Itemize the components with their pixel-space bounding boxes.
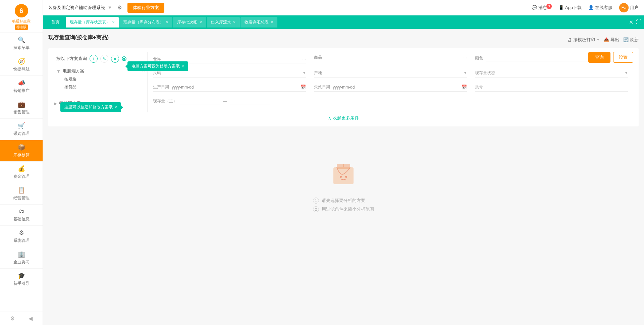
prod-date-label: 生产日期 [153, 84, 169, 90]
sidebar-item-sales[interactable]: 💼销售管理 [0, 97, 43, 119]
tab-close-receivable[interactable]: × [271, 20, 273, 24]
tab-close-inventory-dist[interactable]: × [166, 20, 168, 24]
query-btn[interactable]: 查询 [588, 52, 610, 63]
print-dropdown-arrow: ▼ [596, 38, 600, 42]
sidebar-icon-marketing: 📣 [18, 79, 25, 87]
tab-expand-icon[interactable]: ⛶ [636, 19, 641, 25]
topbar-app-download[interactable]: 📱 App下载 [558, 5, 582, 11]
tooltip-1-close-btn[interactable]: × [182, 64, 184, 69]
filter-row-3: 生产日期 📅 失效日期 📅 [153, 83, 628, 92]
tab-home[interactable]: 首页 [46, 15, 65, 29]
print-btn[interactable]: 🖨 按模板打印 ▼ [568, 37, 600, 43]
sidebar-item-enterprise[interactable]: 🏢企业协同 [0, 247, 43, 269]
step-num-1: 1 [313, 198, 319, 204]
empty-state: 1 请先选择要分析的方案 2 用过滤条件来缩小分析范围 [48, 130, 639, 235]
logo-icon: 6 [15, 4, 28, 17]
industry-btn[interactable]: 体验行业方案 [127, 3, 164, 13]
system-dropdown-arrow[interactable]: ▼ [108, 5, 112, 10]
sidebar-label-quicknav: 快捷导航 [13, 66, 30, 72]
sidebar-item-guide[interactable]: 🎓新手引导 [0, 269, 43, 290]
exp-date-cal-icon[interactable]: 📅 [462, 85, 467, 90]
sidebar-label-enterprise: 企业协同 [13, 259, 30, 265]
tab-receivable[interactable]: 收发存汇总表× [240, 17, 277, 28]
tab-label-inventory-status: 现存量（库存状况表） [70, 19, 110, 25]
settings-btn[interactable]: 设置 [613, 52, 633, 63]
sidebar-icon-quicknav: 🧭 [18, 58, 25, 65]
refresh-icon: 🔄 [623, 37, 629, 42]
tab-inout[interactable]: 出入库流水× [207, 17, 240, 28]
topbar-user[interactable]: Ea 用户 [619, 3, 639, 12]
tab-label-batch: 库存批次账 [177, 19, 197, 25]
prod-date-cal-icon[interactable]: 📅 [301, 85, 306, 90]
logo-text: 畅通好生意 [12, 19, 31, 24]
size-arrow[interactable]: ▼ [303, 71, 306, 75]
filter-action-buttons: 查询 设置 [588, 52, 633, 63]
tab-close-inout[interactable]: × [233, 20, 236, 24]
tab-inventory-status[interactable]: 现存量（库存状况表）× [66, 17, 119, 28]
system-name-area: 装备及固定资产辅助管理系统 ▼ [48, 5, 112, 11]
tabbar-actions: ✕ ⛶ [629, 19, 641, 25]
filter-row-4: 现存量（主） — [153, 97, 628, 105]
batch-no-input[interactable] [486, 85, 628, 90]
topbar-gear-icon[interactable]: ⚙ [117, 4, 122, 11]
sidebar-icon-enterprise: 🏢 [18, 251, 25, 258]
sidebar-icon-system: ⚙ [19, 229, 24, 236]
stock-status-arrow[interactable]: ▼ [625, 71, 628, 75]
collapse-btn[interactable]: ∧ 收起更多条件 [328, 115, 359, 121]
topbar-online-support[interactable]: 👤 在线客服 [588, 5, 612, 11]
sidebar-label-guide: 新手引导 [13, 281, 30, 286]
filter-field-exp-date: 失效日期 📅 [314, 83, 467, 92]
sidebar-item-system[interactable]: ⚙系统管理 [0, 226, 43, 247]
tab-batch[interactable]: 库存批次账× [173, 17, 206, 28]
sidebar-item-marketing[interactable]: 📣营销推广 [0, 76, 43, 97]
message-icon: 💬 [532, 5, 537, 10]
page-actions: 🖨 按模板打印 ▼ 📤 导出 🔄 刷新 [568, 37, 639, 43]
back-btn[interactable]: « [111, 55, 119, 63]
tab-close-batch[interactable]: × [199, 20, 202, 24]
edit-scheme-btn[interactable]: ✎ [100, 55, 108, 63]
sidebar-item-finance[interactable]: 💰资金管理 [0, 162, 43, 183]
refresh-btn[interactable]: 🔄 刷新 [623, 37, 639, 43]
scheme-arrow-mobile: ▶ [54, 101, 57, 106]
topbar-message[interactable]: 💬 消息 9 [532, 5, 552, 11]
sidebar-label-inventory: 库存核算 [13, 152, 30, 158]
sidebar-label-basic: 基础信息 [13, 216, 30, 222]
sidebar-item-search[interactable]: 🔍搜索菜单 [0, 33, 43, 54]
tab-close-all-icon[interactable]: ✕ [629, 19, 633, 25]
filter-panel: 按以下方案查询 + ✎ « 电脑方案可设为移动方案哦 × [48, 48, 639, 126]
origin-arrow[interactable]: ▼ [464, 71, 467, 75]
sidebar-item-inventory[interactable]: 📦库存核算 [0, 140, 43, 162]
tooltip-2-close-btn[interactable]: × [115, 105, 117, 110]
filter-row-2: 尺码 ▼ 产地 ▼ [153, 69, 628, 77]
sidebar-icon-search: 🔍 [18, 36, 25, 44]
sidebar-item-purchase[interactable]: 🛒采购管理 [0, 119, 43, 140]
system-name-text: 装备及固定资产辅助管理系统 [48, 5, 105, 11]
page-title: 现存量查询(按仓库+商品) [48, 34, 109, 41]
add-scheme-btn[interactable]: + [90, 55, 98, 63]
sidebar-item-basic[interactable]: 🗂基础信息 [0, 205, 43, 226]
export-icon: 📤 [604, 37, 609, 42]
tab-close-inventory-status[interactable]: × [112, 20, 115, 24]
svg-point-4 [345, 176, 347, 178]
scheme-subitem-size[interactable]: 按规格 [56, 75, 147, 83]
batch-no-label: 批号 [475, 84, 483, 90]
topbar-right: 💬 消息 9 📱 App下载 👤 在线客服 Ea 用户 [532, 3, 639, 12]
sidebar-collapse-icon[interactable]: ◀ [29, 315, 33, 322]
sidebar-logo: 6 畅通好生意 标准版 [0, 0, 43, 33]
sidebar-label-purchase: 采购管理 [13, 131, 30, 137]
scheme-subitem-goods[interactable]: 按货品 [56, 83, 147, 91]
prod-date-input[interactable] [172, 85, 299, 90]
app-icon: 📱 [558, 5, 564, 10]
export-btn[interactable]: 📤 导出 [604, 37, 619, 43]
sidebar-item-quicknav[interactable]: 🧭快捷导航 [0, 54, 43, 76]
tab-inventory-dist[interactable]: 现存量（库存分布表）× [119, 17, 172, 28]
stock-qty-to-input[interactable] [230, 97, 270, 105]
sidebar-icon-inventory: 📦 [18, 144, 25, 151]
stock-qty-from-input[interactable] [180, 97, 220, 105]
exp-date-input[interactable] [333, 85, 460, 90]
sidebar-item-operations[interactable]: 📋经营管理 [0, 183, 43, 205]
logo-tag: 标准版 [15, 24, 28, 30]
empty-step-1: 1 请先选择要分析的方案 [313, 198, 374, 204]
sidebar-settings-icon[interactable]: ⚙ [10, 315, 15, 322]
sidebar-icon-basic: 🗂 [18, 208, 24, 215]
